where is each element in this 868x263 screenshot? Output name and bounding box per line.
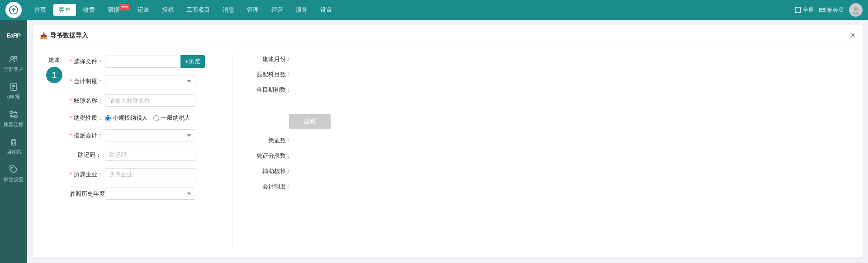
users-icon bbox=[9, 54, 19, 64]
svg-point-4 bbox=[854, 7, 858, 11]
nav-item-client[interactable]: 客户 bbox=[53, 4, 76, 16]
svg-rect-2 bbox=[820, 8, 825, 12]
top-navigation: 首页 客户 收费 票据 new 记账 报税 工商项目 消息 管理 经营 服务 设… bbox=[0, 0, 868, 20]
info-row-voucher-count: 凭证数： bbox=[251, 136, 369, 145]
company-input[interactable] bbox=[105, 168, 195, 180]
svg-point-17 bbox=[11, 167, 12, 168]
accounting-system-select[interactable] bbox=[105, 75, 195, 87]
nav-item-invoice[interactable]: 票据 new bbox=[102, 4, 130, 16]
nav-item-tax[interactable]: 报税 bbox=[157, 4, 179, 16]
account-month-label: 建账月份： bbox=[251, 55, 292, 63]
report-icon bbox=[9, 82, 19, 92]
radio-general-input[interactable] bbox=[153, 115, 159, 121]
svg-rect-12 bbox=[10, 111, 13, 113]
sidebar-item-recycle[interactable]: 回收站 bbox=[2, 133, 25, 159]
sidebar-item-declaration[interactable]: 0申报 bbox=[2, 78, 25, 104]
info-row-voucher-entries: 凭证分录数： bbox=[251, 152, 369, 160]
radio-small-taxpayer[interactable]: 小规模纳税人 bbox=[105, 114, 148, 122]
avatar[interactable] bbox=[849, 3, 863, 17]
new-badge: new bbox=[119, 4, 129, 10]
assign-accountant-select[interactable] bbox=[105, 129, 195, 141]
ledger-name-label: 账簿名称： bbox=[70, 97, 101, 105]
svg-point-5 bbox=[853, 12, 859, 14]
tax-type-radio-group: 小规模纳税人 一般纳税人 bbox=[105, 114, 190, 122]
nav-item-settings[interactable]: 设置 bbox=[315, 4, 337, 16]
ledger-name-input[interactable] bbox=[105, 94, 195, 107]
sidebar-item-migration[interactable]: 账套迁移 bbox=[2, 106, 25, 132]
select-file-row: 选择文件： +浏览 bbox=[70, 55, 214, 68]
nav-item-billing[interactable]: 收费 bbox=[78, 4, 100, 16]
history-year-label: 参照历史年度： bbox=[70, 190, 101, 198]
app-logo bbox=[5, 2, 22, 18]
form-fields: 选择文件： +浏览 会计制度： bbox=[70, 55, 214, 200]
trash-icon bbox=[9, 137, 19, 147]
dialog-title: 📥 导爷数据导入 bbox=[40, 32, 88, 40]
history-year-row: 参照历史年度： bbox=[70, 188, 214, 200]
dialog-card: 📥 导爷数据导入 × 建账 1 bbox=[33, 25, 863, 258]
sidebar-logo: EaRP bbox=[2, 23, 25, 47]
memo-code-row: 助记码： bbox=[70, 149, 214, 161]
step-indicator: 建账 1 bbox=[46, 55, 62, 83]
nav-item-ledger[interactable]: 记账 bbox=[132, 4, 155, 16]
nav-item-operations[interactable]: 经营 bbox=[266, 4, 289, 16]
info-row-subject-init: 科目期初数： bbox=[251, 86, 369, 94]
step-section: 建账 1 选择文件： +浏览 会计制度： bbox=[46, 55, 214, 249]
nav-item-home[interactable]: 首页 bbox=[29, 4, 52, 16]
svg-point-7 bbox=[14, 56, 17, 59]
content-area: 📥 导爷数据导入 × 建账 1 bbox=[27, 20, 868, 263]
info-row-match-subjects: 匹配科目数： bbox=[251, 70, 369, 79]
fullscreen-button[interactable]: 全屏 bbox=[795, 6, 814, 14]
sidebar-item-tags[interactable]: 标签设置 bbox=[2, 161, 25, 187]
establish-btn-container: 建账 bbox=[251, 110, 369, 129]
top-nav-right: 全屏 畅会员 bbox=[795, 3, 863, 17]
tax-type-row: 纳税性质： 小规模纳税人 一般纳税人 bbox=[70, 114, 214, 122]
svg-rect-14 bbox=[11, 140, 16, 145]
info-row-accounting-system: 会计制度： bbox=[251, 183, 369, 191]
aux-accounting-label: 辅助核算： bbox=[251, 167, 292, 175]
nav-item-bizproject[interactable]: 工商项目 bbox=[181, 4, 215, 16]
tag-icon bbox=[9, 164, 19, 174]
dialog-close-button[interactable]: × bbox=[850, 31, 855, 40]
svg-rect-13 bbox=[14, 115, 17, 117]
company-label: 所属企业： bbox=[70, 170, 101, 178]
accounting-system-info-label: 会计制度： bbox=[251, 183, 292, 191]
import-icon: 📥 bbox=[40, 32, 47, 39]
sidebar-item-all-clients[interactable]: 全部客户 bbox=[2, 51, 25, 76]
nav-items: 首页 客户 收费 票据 new 记账 报税 工商项目 消息 管理 经营 服务 设… bbox=[29, 4, 795, 16]
nav-item-service[interactable]: 服务 bbox=[290, 4, 313, 16]
tax-type-label: 纳税性质： bbox=[70, 114, 101, 122]
accounting-system-row: 会计制度： bbox=[70, 75, 214, 87]
dialog-header: 📥 导爷数据导入 × bbox=[33, 25, 863, 46]
info-section: 建账月份： 匹配科目数： 科目期初数： 建账 bbox=[251, 55, 369, 249]
sidebar-item-label: 回收站 bbox=[6, 149, 21, 155]
memo-code-input[interactable] bbox=[105, 149, 195, 161]
step-label: 建账 bbox=[48, 56, 60, 64]
main-layout: EaRP 全部客户 0申报 bbox=[0, 20, 868, 263]
sidebar-item-label: 标签设置 bbox=[4, 176, 24, 183]
member-button[interactable]: 畅会员 bbox=[819, 6, 844, 14]
assign-accountant-row: 指派会计： bbox=[70, 129, 214, 141]
sidebar-item-label: 全部客户 bbox=[4, 66, 24, 73]
select-file-input[interactable] bbox=[105, 56, 177, 68]
info-row-aux-accounting: 辅助核算： bbox=[251, 167, 369, 175]
ledger-name-row: 账簿名称： bbox=[70, 94, 214, 107]
voucher-count-label: 凭证数： bbox=[251, 136, 292, 145]
company-row: 所属企业： bbox=[70, 168, 214, 180]
dialog-body: 建账 1 选择文件： +浏览 会计制度： bbox=[33, 46, 863, 258]
browse-button[interactable]: +浏览 bbox=[180, 55, 205, 68]
memo-code-label: 助记码： bbox=[70, 151, 101, 159]
svg-rect-1 bbox=[795, 7, 801, 13]
history-year-select[interactable] bbox=[105, 188, 195, 200]
nav-item-message[interactable]: 消息 bbox=[217, 4, 240, 16]
info-row-account-month: 建账月份： bbox=[251, 55, 369, 63]
step-badge: 1 bbox=[46, 67, 62, 83]
sidebar-item-label: 账套迁移 bbox=[4, 121, 24, 128]
radio-small-input[interactable] bbox=[105, 115, 111, 121]
radio-general-taxpayer[interactable]: 一般纳税人 bbox=[153, 114, 190, 122]
sidebar-item-label: 0申报 bbox=[7, 94, 20, 100]
migrate-icon bbox=[9, 109, 19, 119]
voucher-entries-label: 凭证分录数： bbox=[251, 152, 292, 160]
accounting-system-label: 会计制度： bbox=[70, 77, 101, 85]
nav-item-manage[interactable]: 管理 bbox=[242, 4, 264, 16]
establish-button[interactable]: 建账 bbox=[289, 114, 331, 129]
